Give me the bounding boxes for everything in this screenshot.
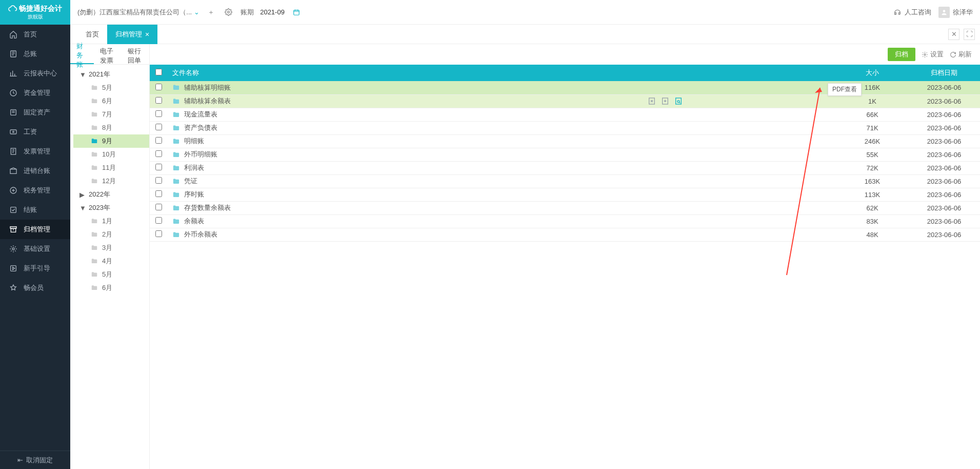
tree-month[interactable]: 5月 bbox=[73, 268, 149, 281]
table-row[interactable]: 资产负债表 71K 2023-06-06 bbox=[150, 121, 980, 134]
tree-month[interactable]: 4月 bbox=[73, 255, 149, 268]
nav-item-archive[interactable]: 归档管理 bbox=[0, 220, 70, 239]
tree-month[interactable]: 7月 bbox=[73, 108, 149, 121]
tree-month[interactable]: 10月 bbox=[73, 148, 149, 161]
file-name: 资产负债表 bbox=[184, 123, 217, 132]
page-tab[interactable]: 归档管理× bbox=[107, 25, 157, 44]
tree-month[interactable]: 3月 bbox=[73, 241, 149, 255]
table-row[interactable]: 凭证 163K 2023-06-06 bbox=[150, 174, 980, 188]
svg-rect-3 bbox=[10, 130, 16, 134]
nav-item-tax[interactable]: 税务管理 bbox=[0, 181, 70, 200]
tree-month-label: 1月 bbox=[102, 217, 112, 226]
calendar-icon[interactable] bbox=[291, 7, 302, 18]
tree-year[interactable]: ▼2023年 bbox=[73, 201, 149, 214]
table-row[interactable]: 现金流量表 66K 2023-06-06 bbox=[150, 108, 980, 121]
archive-button[interactable]: 归档 bbox=[888, 48, 915, 61]
download-excel-icon[interactable] bbox=[648, 97, 656, 105]
table-row[interactable]: 利润表 72K 2023-06-06 bbox=[150, 161, 980, 174]
tree-month[interactable]: 9月 bbox=[73, 134, 149, 148]
nav-item-guide[interactable]: 新手引导 bbox=[0, 259, 70, 278]
consult-link[interactable]: 人工咨询 bbox=[893, 8, 931, 17]
period-value[interactable]: 2021-09 bbox=[260, 8, 285, 16]
row-checkbox[interactable] bbox=[155, 230, 162, 237]
nav-label: 畅会员 bbox=[24, 283, 44, 292]
tree-month[interactable]: 6月 bbox=[73, 281, 149, 295]
row-checkbox[interactable] bbox=[155, 137, 162, 144]
table-row[interactable]: 外币明细账 55K 2023-06-06 bbox=[150, 148, 980, 161]
row-checkbox[interactable] bbox=[155, 177, 162, 184]
refresh-link[interactable]: 刷新 bbox=[950, 50, 972, 59]
pdf-view-icon[interactable] bbox=[674, 97, 683, 105]
folder-icon bbox=[172, 124, 180, 132]
nav-label: 资金管理 bbox=[24, 88, 50, 97]
archive-date: 2023-06-06 bbox=[908, 94, 980, 108]
table-row[interactable]: 序时账 113K 2023-06-06 bbox=[150, 188, 980, 201]
filter-tab[interactable]: 财务账 bbox=[70, 47, 94, 64]
sidebar-toggle-pin[interactable]: ⇤ 取消固定 bbox=[0, 451, 70, 469]
tree-month[interactable]: 8月 bbox=[73, 121, 149, 134]
tree-year[interactable]: ▼2021年 bbox=[73, 68, 149, 81]
tree-month-label: 8月 bbox=[102, 123, 112, 132]
row-checkbox[interactable] bbox=[155, 110, 162, 117]
tree-month[interactable]: 12月 bbox=[73, 174, 149, 188]
tree-year-label: 2021年 bbox=[89, 70, 110, 79]
fullscreen-button[interactable]: ⛶ bbox=[964, 29, 975, 40]
tree-month[interactable]: 6月 bbox=[73, 94, 149, 108]
row-checkbox[interactable] bbox=[155, 84, 162, 90]
nav-item-home[interactable]: 首页 bbox=[0, 25, 70, 44]
folder-icon bbox=[172, 204, 180, 212]
tree-month-label: 9月 bbox=[102, 136, 112, 146]
table-row[interactable]: 辅助核算余额表 1K 2023-06-06 bbox=[150, 94, 980, 108]
page-tab[interactable]: 首页 bbox=[77, 25, 107, 44]
row-checkbox[interactable] bbox=[155, 97, 162, 104]
filter-tab[interactable]: 电子发票 bbox=[94, 47, 122, 64]
row-checkbox[interactable] bbox=[155, 124, 162, 130]
close-icon[interactable]: × bbox=[145, 30, 149, 38]
row-checkbox[interactable] bbox=[155, 190, 162, 197]
period-label: 账期 bbox=[241, 8, 254, 17]
tree-month[interactable]: 11月 bbox=[73, 161, 149, 174]
nav-item-settings[interactable]: 基础设置 bbox=[0, 239, 70, 259]
nav-item-close[interactable]: 结账 bbox=[0, 200, 70, 220]
nav-item-chart[interactable]: 云报表中心 bbox=[0, 64, 70, 83]
archive-date: 2023-06-06 bbox=[908, 188, 980, 201]
row-checkbox[interactable] bbox=[155, 150, 162, 157]
tax-icon bbox=[9, 186, 17, 194]
wallet-icon bbox=[9, 89, 17, 97]
row-checkbox[interactable] bbox=[155, 204, 162, 210]
nav-item-inventory[interactable]: 进销台账 bbox=[0, 161, 70, 181]
company-select[interactable]: (勿删）江西服宝精品有限责任公司（... ⌄ bbox=[77, 8, 199, 17]
archive-date: 2023-06-06 bbox=[908, 81, 980, 94]
filter-tab[interactable]: 银行回单 bbox=[122, 47, 149, 64]
svg-point-11 bbox=[12, 248, 14, 250]
tree-month-label: 4月 bbox=[102, 257, 112, 266]
table-row[interactable]: 明细账 246K 2023-06-06 bbox=[150, 134, 980, 148]
tab-close-button[interactable]: ✕ bbox=[948, 29, 959, 40]
row-checkbox[interactable] bbox=[155, 217, 162, 224]
tree-month[interactable]: 1月 bbox=[73, 214, 149, 228]
nav-item-vip[interactable]: 畅会员 bbox=[0, 278, 70, 298]
table-row[interactable]: 存货数量余额表 62K 2023-06-06 bbox=[150, 201, 980, 214]
user-menu[interactable]: 徐泽华 bbox=[938, 7, 973, 18]
row-checkbox[interactable] bbox=[155, 164, 162, 170]
add-button[interactable]: ＋ bbox=[206, 6, 216, 19]
table-row[interactable]: 外币余额表 48K 2023-06-06 bbox=[150, 228, 980, 241]
table-row[interactable]: 余额表 83K 2023-06-06 bbox=[150, 214, 980, 228]
nav-label: 工资 bbox=[24, 127, 37, 136]
select-all-checkbox[interactable] bbox=[155, 69, 162, 75]
nav-item-salary[interactable]: 工资 bbox=[0, 122, 70, 142]
nav-item-invoice[interactable]: 发票管理 bbox=[0, 142, 70, 161]
download-pdf-icon[interactable] bbox=[661, 97, 669, 105]
nav-item-asset[interactable]: 固定资产 bbox=[0, 103, 70, 122]
nav-label: 云报表中心 bbox=[24, 69, 57, 78]
settings-link[interactable]: 设置 bbox=[922, 50, 944, 59]
folder-icon bbox=[91, 111, 98, 118]
nav-item-wallet[interactable]: 资金管理 bbox=[0, 83, 70, 103]
gear-icon[interactable] bbox=[223, 6, 234, 18]
nav-label: 基础设置 bbox=[24, 244, 50, 253]
tree-year[interactable]: ▶2022年 bbox=[73, 188, 149, 201]
col-size: 大小 bbox=[836, 65, 908, 81]
tree-month[interactable]: 2月 bbox=[73, 228, 149, 241]
nav-item-ledger[interactable]: 总账 bbox=[0, 44, 70, 64]
tree-month[interactable]: 5月 bbox=[73, 81, 149, 94]
